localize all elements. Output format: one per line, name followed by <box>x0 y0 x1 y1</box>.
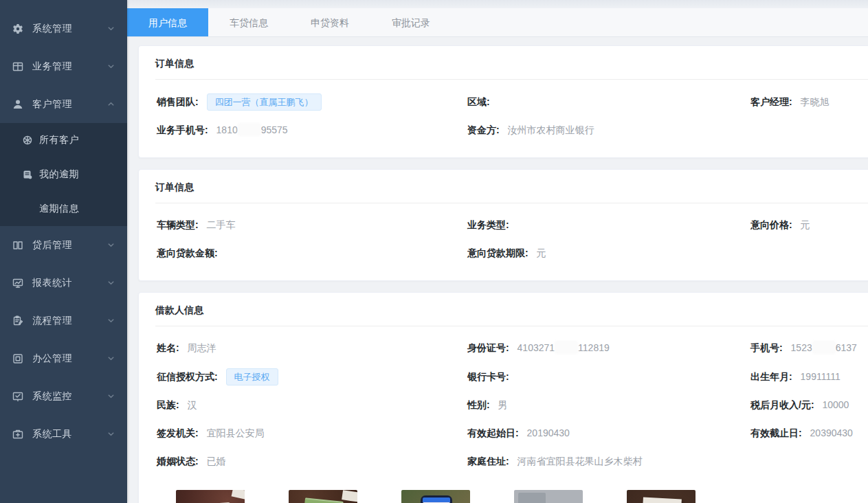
chevron-down-icon <box>107 430 115 438</box>
sidebar-item-label: 业务管理 <box>32 60 107 73</box>
sidebar-item-label: 系统管理 <box>32 23 107 35</box>
detail-tabbar: 用户信息 车贷信息 申贷资料 审批记录 <box>127 8 868 37</box>
tab-loan-application-docs[interactable]: 申贷资料 <box>289 8 370 36</box>
sidebar-item-label: 流程管理 <box>32 315 107 327</box>
tab-content: 订单信息 销售团队: 四团一营（直属王鹏飞） 区域: 客户经理: 李晓旭 <box>127 37 868 503</box>
intent-price-field: 意向价格: 元 <box>750 219 868 232</box>
sidebar-item-all-customers[interactable]: 所有客户 <box>0 123 127 157</box>
credit-auth-tag: 电子授权 <box>226 368 278 385</box>
sidebar-item-label: 逾期信息 <box>39 203 115 215</box>
overdue-doc-icon <box>23 170 32 179</box>
credit-auth-field: 征信授权方式: 电子授权 <box>157 368 467 385</box>
sidebar-item-label: 系统工具 <box>32 428 107 440</box>
chevron-down-icon <box>107 355 115 362</box>
id-card-photo[interactable] <box>176 490 245 503</box>
birth-date-field: 出生年月: 19911111 <box>750 371 868 383</box>
office-icon <box>12 353 23 364</box>
id-number-field: 身份证号: 4103271112819 <box>467 342 750 355</box>
chevron-up-icon <box>107 100 115 108</box>
intent-loan-term-field: 意向贷款期限: 元 <box>467 247 750 260</box>
chevron-down-icon <box>107 63 115 70</box>
vehicle-type-field: 车辆类型: 二手车 <box>157 219 467 232</box>
card-title: 借款人信息 <box>155 293 868 326</box>
sidebar: 系统管理 业务管理 客户管理 所有客户 我的逾期 逾期信息 <box>0 0 127 503</box>
account-manager-field: 客户经理: 李晓旭 <box>750 96 868 109</box>
sidebar-item-postloan-mgmt[interactable]: 贷后管理 <box>0 226 127 264</box>
sidebar-item-system-tools[interactable]: 系统工具 <box>0 415 127 453</box>
monthly-income-field: 税后月收入/元: 10000 <box>750 399 868 412</box>
document-photos-row: 身份证照 户口本照片 授权二维码 <box>157 482 868 503</box>
sidebar-item-label: 办公管理 <box>32 353 107 365</box>
sidebar-item-office-mgmt[interactable]: 办公管理 <box>0 339 127 377</box>
toolbox-icon <box>12 429 23 440</box>
card-title: 订单信息 <box>155 46 868 80</box>
sidebar-item-label: 贷后管理 <box>32 239 107 252</box>
user-icon <box>12 99 23 110</box>
loan-intent-card: 订单信息 车辆类型: 二手车 业务类型: 意向价格: 元 <box>138 169 868 281</box>
name-field: 姓名: 周志洋 <box>157 342 467 355</box>
document-photo[interactable] <box>627 490 695 503</box>
gender-field: 性别: 男 <box>467 399 750 412</box>
sidebar-item-my-overdue[interactable]: 我的逾期 <box>0 157 127 192</box>
borrower-info-card: 借款人信息 姓名: 周志洋 身份证号: 4103271112819 手机号: 1… <box>138 292 868 503</box>
valid-to-field: 有效截止日: 20390430 <box>750 427 868 440</box>
top-band <box>127 0 868 8</box>
tab-approval-records[interactable]: 审批记录 <box>370 8 452 36</box>
privacy-blur-patch <box>556 342 577 353</box>
home-address-field: 家庭住址: 河南省宜阳县花果山乡木柴村 <box>467 456 750 468</box>
person-car-photo[interactable] <box>514 490 583 503</box>
sidebar-item-system-monitor[interactable]: 系统监控 <box>0 377 127 415</box>
sidebar-item-label: 我的逾期 <box>39 168 115 181</box>
customer-mgmt-submenu: 所有客户 我的逾期 逾期信息 <box>0 123 127 226</box>
sidebar-item-label: 所有客户 <box>39 134 115 146</box>
marital-status-field: 婚姻状态: 已婚 <box>157 456 467 468</box>
intent-loan-amount-field: 意向贷款金额: <box>157 247 467 260</box>
chevron-down-icon <box>107 279 115 287</box>
gear-icon <box>12 23 23 34</box>
ethnicity-field: 民族: 汉 <box>157 399 467 412</box>
privacy-blur-patch <box>814 342 834 353</box>
business-type-field: 业务类型: <box>467 219 750 232</box>
sidebar-item-label: 系统监控 <box>32 390 107 403</box>
chevron-down-icon <box>107 25 115 32</box>
clipboard-icon <box>12 315 23 326</box>
sidebar-item-process-mgmt[interactable]: 流程管理 <box>0 302 127 339</box>
issuing-authority-field: 签发机关: 宜阳县公安局 <box>157 427 467 440</box>
grid-icon <box>12 61 23 72</box>
household-register-photo[interactable] <box>289 490 357 503</box>
sidebar-item-overdue-info[interactable]: 逾期信息 <box>0 192 127 226</box>
sales-team-field: 销售团队: 四团一营（直属王鹏飞） <box>157 93 467 111</box>
chevron-down-icon <box>107 241 115 249</box>
monitor-check-icon <box>12 391 23 402</box>
funder-field: 资金方: 汝州市农村商业银行 <box>467 124 750 137</box>
chevron-down-icon <box>107 317 115 324</box>
main-content: 用户信息 车贷信息 申贷资料 审批记录 订单信息 销售团队: 四团一营（直属王鹏… <box>127 0 868 503</box>
sidebar-item-report-stats[interactable]: 报表统计 <box>0 264 127 302</box>
bank-card-field: 银行卡号: <box>467 371 750 383</box>
sidebar-item-system-mgmt[interactable]: 系统管理 <box>0 10 127 47</box>
sidebar-item-customer-mgmt[interactable]: 客户管理 <box>0 85 127 123</box>
chevron-down-icon <box>107 392 115 400</box>
book-icon <box>12 240 23 251</box>
valid-from-field: 有效起始日: 20190430 <box>467 427 750 440</box>
region-field: 区域: <box>467 96 750 109</box>
privacy-blur-patch <box>239 124 260 135</box>
chart-monitor-icon <box>12 278 23 289</box>
business-phone-field: 业务手机号: 181095575 <box>157 124 467 137</box>
sales-team-tag[interactable]: 四团一营（直属王鹏飞） <box>207 93 322 111</box>
order-info-card: 订单信息 销售团队: 四团一营（直属王鹏飞） 区域: 客户经理: 李晓旭 <box>138 45 868 158</box>
customers-icon <box>23 135 32 145</box>
sidebar-item-label: 报表统计 <box>32 277 107 289</box>
tab-car-loan-info[interactable]: 车贷信息 <box>208 8 289 36</box>
card-title: 订单信息 <box>155 170 868 203</box>
tab-user-info[interactable]: 用户信息 <box>127 8 208 36</box>
mobile-field: 手机号: 15236137 <box>750 342 868 355</box>
sidebar-item-label: 客户管理 <box>32 98 107 111</box>
sidebar-item-business-mgmt[interactable]: 业务管理 <box>0 47 127 85</box>
auth-qrcode-photo[interactable] <box>401 490 470 503</box>
